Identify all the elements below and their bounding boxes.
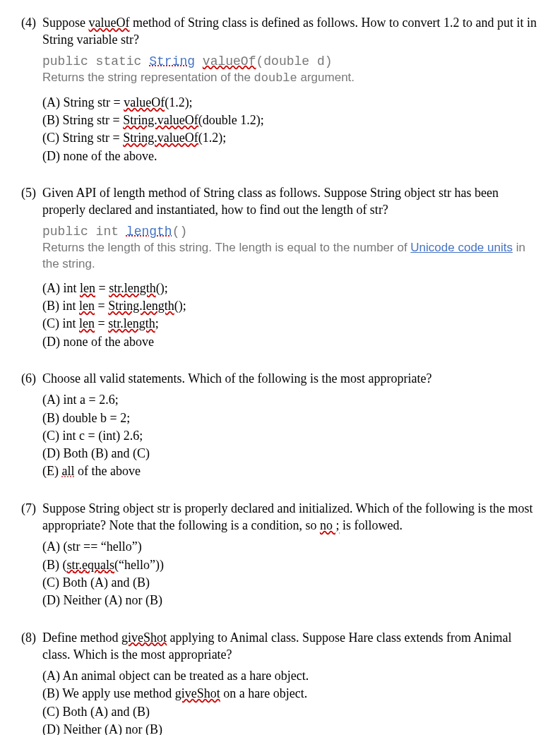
question-4: (4) Suppose valueOf method of String cla… [21,14,539,165]
q7-number: (7) [21,500,42,534]
q8-text: Define method giveShot applying to Anima… [42,629,539,664]
q8-number: (8) [21,629,42,664]
question-7: (7) Suppose String object str is properl… [21,500,539,609]
option-d: (D) none of the above [42,333,539,350]
q4-options: (A) String str = valueOf(1.2); (B) Strin… [42,94,539,165]
q7-options: (A) (str == “hello”) (B) (str.equals(“he… [42,538,539,609]
q8-prompt: (8) Define method giveShot applying to A… [21,629,539,664]
option-b: (B) int len = String.length(); [42,297,539,314]
q5-prompt: (5) Given API of length method of String… [21,184,539,219]
api-link[interactable]: String [149,54,195,68]
q5-text: Given API of length method of String cla… [42,184,539,219]
option-b: (B) String str = String.valueOf(double 1… [42,112,539,129]
option-a: (A) String str = valueOf(1.2); [42,94,539,111]
option-b: (B) (str.equals(“hello”)) [42,556,539,573]
question-8: (8) Define method giveShot applying to A… [21,629,539,735]
q5-api: public int length() Returns the length o… [42,223,539,273]
q7-text: Suppose String object str is properly de… [42,500,539,534]
option-c: (C) Both (A) and (B) [42,703,539,720]
option-c: (C) String str = String.valueOf(1.2); [42,129,539,146]
q4-text: Suppose valueOf method of String class i… [42,14,539,49]
api-signature: public int length() [42,223,539,240]
option-e: (E) all of the above [42,462,539,479]
option-b: (B) double b = 2; [42,410,539,426]
option-a: (A) An animal object can be treated as a… [42,667,539,684]
option-c: (C) Both (A) and (B) [42,574,539,591]
q6-options: (A) int a = 2.6; (B) double b = 2; (C) i… [42,391,539,479]
option-c: (C) int c = (int) 2.6; [42,427,539,444]
option-d: (D) Neither (A) nor (B) [42,592,539,609]
q6-text: Choose all valid statements. Which of th… [42,370,539,387]
question-5: (5) Given API of length method of String… [21,184,539,350]
q8-options: (A) An animal object can be treated as a… [42,667,539,735]
api-description: Returns the length of this string. The l… [42,240,539,273]
option-a: (A) int len = str.length(); [42,280,539,297]
wavy-text: valueOf [89,16,130,30]
option-a: (A) int a = 2.6; [42,391,539,408]
option-c: (C) int len = str.length; [42,315,539,332]
wavy-text: valueOf [203,54,256,68]
option-d: (D) Both (B) and (C) [42,445,539,462]
q4-number: (4) [21,14,42,49]
q4-api: public static String valueOf(double d) R… [42,53,539,87]
q7-prompt: (7) Suppose String object str is properl… [21,500,539,534]
api-description: Returns the string representation of the… [42,70,539,87]
option-d: (D) none of the above. [42,148,539,165]
q4-prompt: (4) Suppose valueOf method of String cla… [21,14,539,49]
question-6: (6) Choose all valid statements. Which o… [21,370,539,480]
option-a: (A) (str == “hello”) [42,538,539,555]
api-link[interactable]: length [126,225,172,239]
api-link[interactable]: Unicode code units [410,241,513,254]
option-d: (D) Neither (A) nor (B) [42,721,539,735]
api-signature: public static String valueOf(double d) [42,53,539,70]
q6-number: (6) [21,370,42,387]
q5-number: (5) [21,184,42,219]
option-b: (B) We apply use method giveShot on a ha… [42,685,539,702]
q5-options: (A) int len = str.length(); (B) int len … [42,280,539,350]
q6-prompt: (6) Choose all valid statements. Which o… [21,370,539,387]
